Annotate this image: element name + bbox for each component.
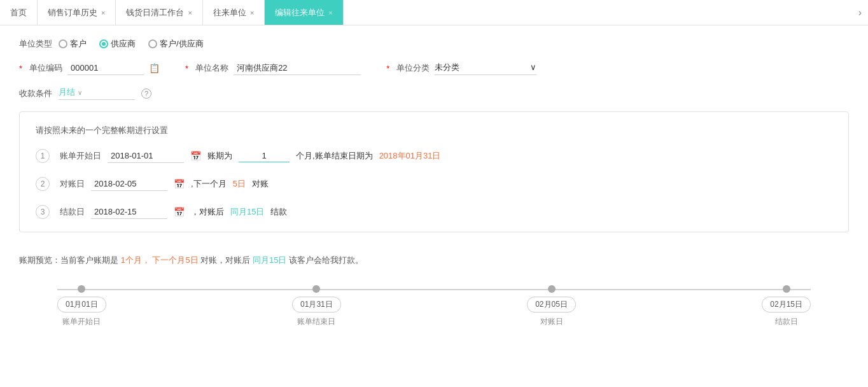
step-1-end-date: 2018年01月31日 — [379, 150, 441, 162]
preview-part2: 下一个月5日 — [152, 255, 198, 265]
unit-name-star: * — [185, 64, 188, 73]
timeline-badge-1: 01月01日 — [57, 297, 106, 313]
payment-terms-arrow: ∨ — [78, 89, 82, 96]
payment-terms-dropdown[interactable]: 月结 ∨ — [59, 87, 135, 100]
step-3-content: 结款日 📅 ，对账后 同月15日 结款 — [60, 205, 287, 219]
unit-code-star: * — [19, 64, 22, 73]
timeline-point-2: 01月31日 账单结束日 — [292, 282, 341, 327]
radio-both-label: 客户/供应商 — [160, 38, 204, 50]
preview-section: 账期预览：当前客户账期是 1个月， 下一个月5日 对账，对账后 同月15日 该客… — [19, 245, 849, 334]
radio-customer-label: 客户 — [70, 38, 87, 50]
timeline-label-2: 账单结束日 — [297, 316, 335, 327]
step-3-calendar-icon[interactable]: 📅 — [174, 207, 185, 217]
tab-edit-partner-label: 编辑往来单位 — [275, 7, 325, 18]
tab-sales-history-close[interactable]: × — [101, 9, 105, 17]
unit-category-value: 未分类 — [435, 62, 459, 73]
tab-sales-history-label: 销售订单历史 — [48, 7, 97, 18]
timeline-badge-3: 02月05日 — [527, 297, 576, 313]
step-3-suffix-prefix: ，对账后 — [191, 206, 224, 218]
payment-terms-value: 月结 — [59, 87, 75, 98]
timeline-badge-4: 02月15日 — [762, 297, 811, 313]
step-3-label: 结款日 — [60, 206, 85, 218]
unit-name-input[interactable] — [234, 61, 361, 75]
step-2-row: 2 对账日 📅 ,下一个月5日 对账 — [36, 177, 832, 191]
step-2-suffix-highlight: 5日 — [233, 178, 246, 190]
timeline-dot-1 — [78, 285, 85, 293]
timeline-points: 01月01日 账单开始日 01月31日 账单结束日 02月05日 对账日 02月… — [57, 282, 811, 327]
step-2-calendar-icon[interactable]: 📅 — [174, 179, 185, 189]
preview-prefix: 账期预览：当前客户账期是 — [19, 255, 118, 265]
step-3-row: 3 结款日 📅 ，对账后 同月15日 结款 — [36, 205, 832, 219]
step-1-calendar-icon[interactable]: 📅 — [190, 151, 201, 161]
step-1-content: 账单开始日 📅 账期为 个月,账单结束日期为 2018年01月31日 — [60, 149, 440, 163]
preview-middle: 对账，对账后 — [200, 255, 250, 265]
unit-code-icon[interactable]: 📋 — [149, 63, 160, 73]
step-1-period-input[interactable] — [239, 150, 290, 162]
radio-customer[interactable]: 客户 — [59, 38, 87, 50]
step-2-label: 对账日 — [60, 178, 85, 190]
step-3-date-input[interactable] — [91, 205, 167, 219]
timeline-point-4: 02月15日 结款日 — [762, 282, 811, 327]
timeline-label-1: 账单开始日 — [62, 316, 101, 327]
radio-supplier-label: 供应商 — [111, 38, 136, 50]
unit-code-group: * 单位编码 📋 — [19, 61, 160, 75]
timeline-point-3: 02月05日 对账日 — [527, 282, 576, 327]
step-2-num: 2 — [36, 177, 50, 191]
step-2-date-input[interactable] — [91, 177, 167, 191]
preview-text: 账期预览：当前客户账期是 1个月， 下一个月5日 对账，对账后 同月15日 该客… — [19, 255, 849, 266]
timeline-dot-2 — [312, 285, 320, 293]
unit-name-group: * 单位名称 — [185, 61, 361, 75]
tab-sales-history[interactable]: 销售订单历史 × — [38, 0, 116, 25]
timeline-dot-3 — [548, 285, 556, 293]
radio-supplier-circle — [99, 39, 108, 48]
step-1-row: 1 账单开始日 📅 账期为 个月,账单结束日期为 2018年01月31日 — [36, 149, 832, 163]
timeline-point-1: 01月01日 账单开始日 — [57, 282, 106, 327]
step-2-suffix-end: 对账 — [252, 178, 269, 190]
payment-terms-label: 收款条件 — [19, 88, 52, 99]
tab-partner-unit[interactable]: 往来单位 × — [203, 0, 265, 25]
radio-supplier[interactable]: 供应商 — [99, 38, 136, 50]
timeline-dot-4 — [783, 285, 790, 293]
unit-type-label: 单位类型 — [19, 38, 52, 50]
tab-partner-unit-close[interactable]: × — [250, 9, 254, 17]
tab-home-label: 首页 — [10, 7, 27, 18]
unit-name-label: 单位名称 — [195, 62, 228, 74]
tab-partner-unit-label: 往来单位 — [213, 7, 246, 18]
unit-category-group: * 单位分类 未分类 ∨ — [386, 62, 536, 75]
step-1-label: 账单开始日 — [60, 150, 101, 162]
step-3-num: 3 — [36, 205, 50, 219]
tab-cash-work-label: 钱货日清工作台 — [126, 7, 184, 18]
timeline-badge-2: 01月31日 — [292, 297, 341, 313]
radio-customer-circle — [59, 39, 67, 48]
timeline-label-4: 结款日 — [775, 316, 798, 327]
step-2-content: 对账日 📅 ,下一个月5日 对账 — [60, 177, 269, 191]
unit-code-label: 单位编码 — [29, 62, 62, 74]
radio-both[interactable]: 客户/供应商 — [148, 38, 204, 50]
timeline-container: 01月01日 账单开始日 01月31日 账单结束日 02月05日 对账日 02月… — [19, 282, 849, 327]
step-1-period-label: 账期为 — [207, 150, 232, 162]
section-title: 请按照未来的一个完整帐期进行设置 — [36, 125, 832, 136]
unit-type-row: 单位类型 客户 供应商 客户/供应商 — [19, 38, 849, 50]
preview-suffix: 该客户会给我打款。 — [289, 255, 363, 265]
unit-category-arrow: ∨ — [530, 62, 536, 72]
tab-more-button[interactable]: › — [852, 0, 868, 25]
tab-edit-partner-close[interactable]: × — [328, 9, 332, 17]
preview-part1: 1个月， — [121, 255, 150, 265]
tab-cash-work-close[interactable]: × — [188, 9, 192, 17]
tab-bar: 首页 销售订单历史 × 钱货日清工作台 × 往来单位 × 编辑往来单位 × › — [0, 0, 868, 25]
tab-cash-work[interactable]: 钱货日清工作台 × — [116, 0, 202, 25]
tab-home[interactable]: 首页 — [0, 0, 38, 25]
step-3-suffix-highlight: 同月15日 — [230, 206, 264, 218]
unit-category-star: * — [386, 64, 389, 73]
main-content: 单位类型 客户 供应商 客户/供应商 * 单位编码 📋 * 单位名称 — [0, 25, 868, 387]
unit-code-input[interactable] — [67, 61, 144, 75]
unit-category-dropdown[interactable]: 未分类 ∨ — [435, 62, 536, 75]
help-icon[interactable]: ? — [141, 88, 151, 99]
step-1-date-input[interactable] — [108, 149, 184, 163]
unit-category-label: 单位分类 — [396, 62, 430, 74]
step-1-period-unit: 个月,账单结束日期为 — [296, 150, 373, 162]
tab-edit-partner[interactable]: 编辑往来单位 × — [265, 0, 343, 25]
step-1-num: 1 — [36, 149, 50, 163]
unit-info-row: * 单位编码 📋 * 单位名称 * 单位分类 未分类 ∨ — [19, 61, 849, 75]
preview-part3: 同月15日 — [253, 255, 286, 265]
